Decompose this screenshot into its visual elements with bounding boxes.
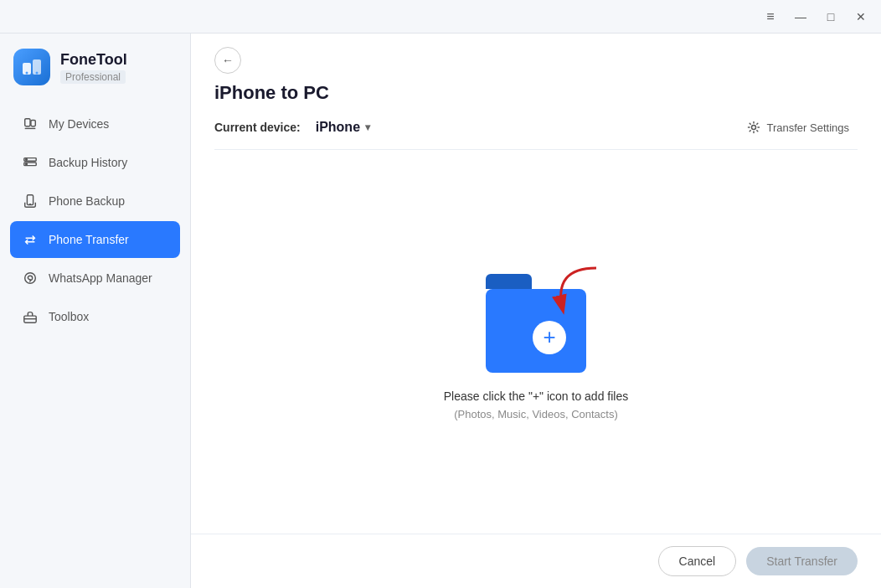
sidebar-item-backup-history[interactable]: Backup History <box>10 144 180 181</box>
transfer-settings-button[interactable]: Transfer Settings <box>738 116 858 139</box>
svg-rect-5 <box>31 121 35 126</box>
backup-icon <box>22 154 39 171</box>
current-device-text: iPhone <box>316 120 360 135</box>
close-button[interactable]: ✕ <box>848 5 874 28</box>
sidebar-item-whatsapp-manager[interactable]: WhatsApp Manager <box>10 260 180 297</box>
sidebar-item-phone-backup[interactable]: Phone Backup <box>10 183 180 219</box>
arrow-icon <box>536 264 603 326</box>
sidebar-item-label: Phone Transfer <box>49 233 129 246</box>
app-name: FoneTool <box>60 51 127 69</box>
sidebar-item-label: Toolbox <box>49 310 89 323</box>
minimize-button[interactable]: — <box>787 5 814 28</box>
svg-rect-4 <box>25 119 30 126</box>
cancel-button[interactable]: Cancel <box>658 546 737 576</box>
toolbox-icon <box>22 308 39 325</box>
instruction-text: Please click the "+" icon to add files <box>444 389 628 403</box>
svg-point-10 <box>26 163 28 165</box>
device-icon <box>22 116 39 132</box>
app-subtitle: Professional <box>60 70 126 84</box>
device-left: Current device: iPhone ▾ <box>214 116 377 138</box>
svg-rect-11 <box>27 195 33 205</box>
sidebar-item-label: Phone Backup <box>49 194 125 208</box>
sidebar-item-label: Backup History <box>49 156 127 169</box>
gear-icon <box>746 120 761 135</box>
chevron-down-icon: ▾ <box>365 121 370 133</box>
sidebar-nav: My Devices Backup History <box>0 99 190 588</box>
device-selector[interactable]: iPhone ▾ <box>309 116 377 138</box>
content-area: ← iPhone to PC Current device: iPhone ▾ <box>191 34 881 588</box>
page-title: iPhone to PC <box>214 82 858 104</box>
logo-area: FoneTool Professional <box>0 34 190 99</box>
app-container: FoneTool Professional My Devices <box>0 34 881 588</box>
svg-point-3 <box>36 72 39 75</box>
content-header: ← iPhone to PC Current device: iPhone ▾ <box>191 34 881 150</box>
content-footer: Cancel Start Transfer <box>191 534 881 588</box>
title-bar: ≡ — □ ✕ <box>0 0 881 34</box>
folder-illustration[interactable]: + <box>469 264 603 373</box>
maximize-button[interactable]: □ <box>817 5 844 28</box>
app-logo-icon <box>13 49 50 85</box>
phone-backup-icon <box>22 193 39 209</box>
sidebar-item-label: My Devices <box>49 117 109 131</box>
folder-tab <box>486 274 532 289</box>
transfer-settings-label: Transfer Settings <box>766 121 849 134</box>
sidebar-item-label: WhatsApp Manager <box>49 271 152 285</box>
window-controls: ≡ — □ ✕ <box>757 5 874 28</box>
sidebar: FoneTool Professional My Devices <box>0 34 191 588</box>
transfer-icon <box>22 231 39 248</box>
sidebar-item-phone-transfer[interactable]: Phone Transfer <box>10 221 180 258</box>
start-transfer-button[interactable]: Start Transfer <box>746 547 858 575</box>
add-files-icon[interactable]: + <box>533 321 566 354</box>
logo-text: FoneTool Professional <box>60 51 127 84</box>
device-row: Current device: iPhone ▾ Transfer Settin… <box>214 116 858 150</box>
sidebar-item-my-devices[interactable]: My Devices <box>10 106 180 142</box>
whatsapp-icon <box>22 270 39 286</box>
sidebar-item-toolbox[interactable]: Toolbox <box>10 298 180 335</box>
content-main: + Please click the "+" icon to add files <box>191 150 881 534</box>
svg-point-16 <box>752 126 756 130</box>
svg-point-9 <box>26 159 28 161</box>
svg-point-2 <box>26 72 28 75</box>
back-button[interactable]: ← <box>214 47 241 74</box>
instruction-subtitle: (Photos, Music, Videos, Contacts) <box>454 408 618 420</box>
menu-button[interactable]: ≡ <box>757 5 784 28</box>
device-label: Current device: <box>214 121 301 134</box>
